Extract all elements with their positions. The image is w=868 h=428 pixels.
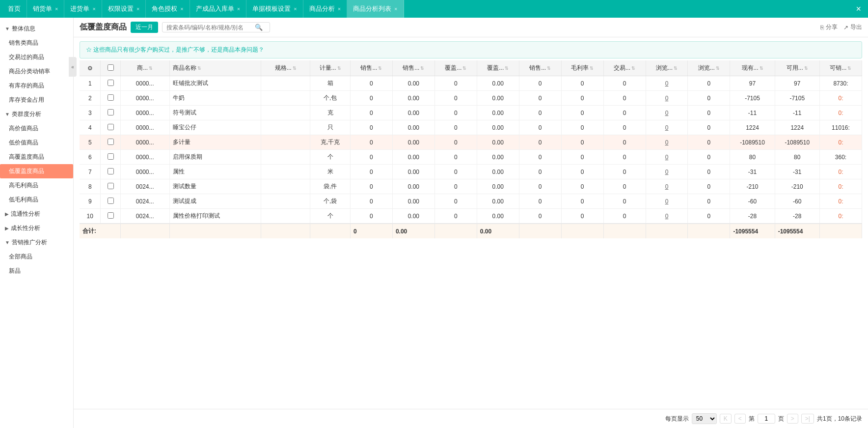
tab-sales-order-close[interactable]: × [55,6,58,12]
cell-cov1: 0 [434,106,477,120]
cell-checkbox[interactable] [101,76,120,91]
table-container[interactable]: ⚙ 商...⇅ 商品名称⇅ 规格...⇅ 计量...⇅ 销售...⇅ 销售...… [80,60,862,409]
th-code[interactable]: 商...⇅ [120,60,169,76]
th-name[interactable]: 商品名称⇅ [169,60,261,76]
time-filter-button[interactable]: 近一月 [131,22,158,33]
next-page-button[interactable]: > [787,414,798,424]
per-page-label: 每页显示 [665,415,689,423]
tab-purchase-order[interactable]: 进货单 × [64,0,102,18]
cell-checkbox[interactable] [101,179,120,194]
last-page-button[interactable]: >| [801,414,814,424]
tab-home[interactable]: 首页 [2,0,27,18]
tab-permission-close[interactable]: × [136,6,139,12]
cell-checkbox[interactable] [101,165,120,179]
cell-gross: 0 [561,179,603,194]
export-button[interactable]: ↗ 导出 [843,23,862,31]
sidebar-item-low-coverage[interactable]: 低覆盖度商品 [0,164,73,178]
th-sales-qty[interactable]: 销售...⇅ [350,60,392,76]
th-gear[interactable]: ⚙ [80,60,101,76]
tab-purchase-order-close[interactable]: × [92,6,95,12]
search-icon[interactable]: 🔍 [255,24,263,31]
tab-product-analysis[interactable]: 商品分析 × [303,0,347,18]
cell-browse1: 0 [646,209,688,224]
cell-gross: 0 [561,76,603,91]
cell-checkbox[interactable] [101,150,120,165]
select-all-checkbox[interactable] [108,64,114,71]
prev-page-button[interactable]: < [734,414,746,424]
cell-checkbox[interactable] [101,209,120,224]
tab-template-close[interactable]: × [294,6,297,12]
tab-analysis-close[interactable]: × [338,6,341,12]
th-cov1[interactable]: 覆盖...⇅ [434,60,477,76]
cell-gross: 0 [561,106,603,120]
tab-analysis-list-close[interactable]: × [394,6,397,12]
share-button[interactable]: ⎘ 分享 [820,23,838,31]
sidebar-item-category-rate[interactable]: 商品分类动销率 [0,64,73,79]
cell-checkbox[interactable] [101,120,120,135]
cell-cov2: 0.00 [477,150,519,165]
cell-checkbox[interactable] [101,135,120,150]
cell-available: -60 [775,194,819,209]
sidebar-section-cluster[interactable]: ▼ 类群度分析 [0,107,73,121]
cell-sales-qty: 0 [350,179,392,194]
th-sellable[interactable]: 可销...⇅ [819,60,862,76]
sidebar-section-flow[interactable]: ▶ 流通性分析 [0,207,73,221]
page-input[interactable] [758,414,775,424]
first-page-button[interactable]: K [720,414,732,424]
tab-role-auth[interactable]: 角色授权 × [146,0,190,18]
sidebar-section-marketing[interactable]: ▼ 营销推广分析 [0,235,73,250]
search-input[interactable] [166,24,255,31]
tab-product-analysis-list[interactable]: 商品分析列表 × [347,0,404,18]
th-browse1[interactable]: 浏览...⇅ [646,60,688,76]
cell-unit: 克 [310,106,351,120]
cell-seq: 6 [80,150,101,165]
cell-spec [261,135,310,150]
cell-available: -11 [775,106,819,120]
sidebar-item-traded-products[interactable]: 交易过的商品 [0,50,73,64]
sidebar-item-high-coverage[interactable]: 高覆盖度商品 [0,150,73,164]
th-current[interactable]: 现有...⇅ [730,60,775,76]
sidebar-item-all-products[interactable]: 全部商品 [0,250,73,264]
cell-available: 97 [775,76,819,91]
tab-product-inbound[interactable]: 产成品入库单 × [190,0,246,18]
cell-trade: 0 [603,209,646,224]
sidebar-item-high-margin[interactable]: 高毛利商品 [0,178,73,193]
nav-close-all[interactable]: × [851,4,866,14]
sidebar-item-high-value[interactable]: 高价值商品 [0,121,73,136]
sidebar-item-stock-capital[interactable]: 库存资金占用 [0,93,73,107]
cell-sellable: 0: [819,179,862,194]
th-gross[interactable]: 毛利率⇅ [561,60,603,76]
sidebar-item-low-value[interactable]: 低价值商品 [0,136,73,150]
tab-sales-order[interactable]: 销货单 × [27,0,64,18]
th-browse2[interactable]: 浏览...⇅ [688,60,730,76]
th-cov2[interactable]: 覆盖...⇅ [477,60,519,76]
cell-browse1: 0 [646,165,688,179]
tab-permission-settings[interactable]: 权限设置 × [102,0,146,18]
th-sales-amt[interactable]: 销售...⇅ [392,60,434,76]
sidebar-item-low-margin[interactable]: 低毛利商品 [0,193,73,207]
sidebar-collapse-btn[interactable]: « [69,57,77,77]
tab-product-close[interactable]: × [237,6,240,12]
sidebar-item-new-products[interactable]: 新品 [0,264,73,278]
tab-role-close[interactable]: × [180,6,183,12]
cell-browse1: 0 [646,106,688,120]
per-page-select[interactable]: 50 20 100 200 [692,413,717,424]
cell-current: -60 [730,194,775,209]
cell-checkbox[interactable] [101,194,120,209]
th-available[interactable]: 可用...⇅ [775,60,819,76]
arrow-icon-4: ▶ [5,226,9,231]
tab-template-settings[interactable]: 单据模板设置 × [246,0,303,18]
th-checkbox[interactable] [101,60,120,76]
cell-checkbox[interactable] [101,106,120,120]
th-sales2[interactable]: 销售...⇅ [519,60,561,76]
cell-sales-amt: 0.00 [392,106,434,120]
th-trade[interactable]: 交易...⇅ [603,60,646,76]
sidebar-item-sales-products[interactable]: 销售类商品 [0,36,73,50]
sidebar-item-stock-products[interactable]: 有库存的商品 [0,79,73,93]
cell-spec [261,91,310,106]
sidebar-section-overall[interactable]: ▼ 整体信息 [0,22,73,36]
sidebar-section-growth[interactable]: ▶ 成长性分析 [0,221,73,235]
cell-checkbox[interactable] [101,91,120,106]
th-unit[interactable]: 计量...⇅ [310,60,351,76]
th-spec[interactable]: 规格...⇅ [261,60,310,76]
